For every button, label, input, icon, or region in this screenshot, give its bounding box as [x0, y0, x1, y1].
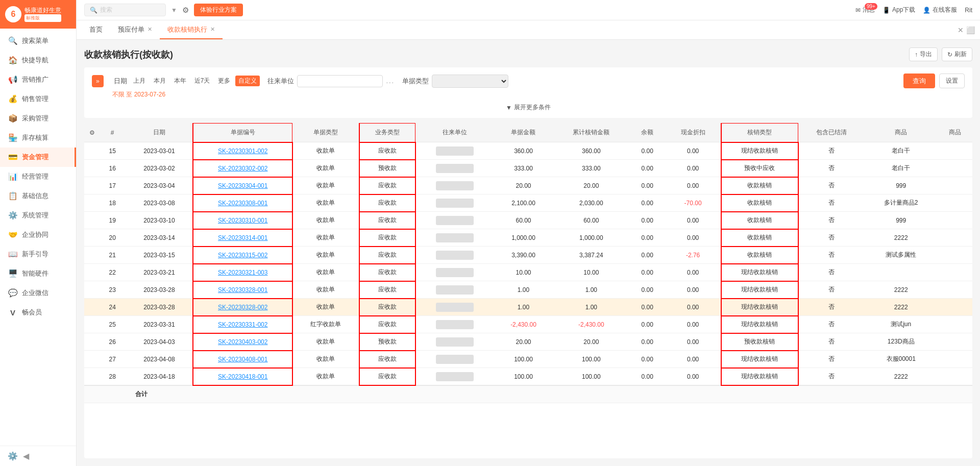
sidebar-item-system[interactable]: ⚙️系统管理 — [0, 206, 76, 225]
export-button[interactable]: ↑ 导出 — [909, 47, 938, 61]
bill-no-link[interactable]: SK-20230418-001 — [218, 373, 267, 380]
cell-verify-type: 收款核销 — [721, 229, 798, 247]
cell-settings — [84, 281, 100, 299]
topbar-app-download[interactable]: 📱 App下载 — [883, 6, 915, 14]
footer-collapse-icon[interactable]: ◀ — [23, 451, 29, 461]
tab-home[interactable]: 首页 — [82, 21, 110, 39]
bill-no-link[interactable]: SK-20230314-001 — [218, 234, 267, 241]
table-row: 17 2023-03-04 SK-20230304-001 收款单 应收款 ██… — [84, 177, 972, 194]
operation-icon: 📊 — [8, 172, 18, 181]
footer-settings-icon[interactable]: ⚙️ — [8, 451, 18, 461]
cell-goods — [865, 264, 937, 281]
partner-filter-input[interactable] — [297, 75, 383, 87]
sidebar-item-operation[interactable]: 📊经营管理 — [0, 167, 76, 186]
cell-date: 2023-03-21 — [125, 264, 193, 281]
cell-verify-type: 收款核销 — [721, 177, 798, 194]
cell-biz-type: 应收款 — [359, 299, 415, 316]
cell-biz-type: 应收款 — [359, 368, 415, 386]
col-header-settings[interactable]: ⚙ — [84, 123, 100, 142]
refresh-button[interactable]: ↻ 刷新 — [942, 47, 972, 61]
table-row: 22 2023-03-21 SK-20230321-003 收款单 应收款 ██… — [84, 264, 972, 281]
tab-home-label: 首页 — [89, 25, 103, 34]
table-row: 26 2023-04-03 SK-20230403-002 收款单 预收款 ██… — [84, 333, 972, 351]
bill-no-link[interactable]: SK-20230308-001 — [218, 200, 267, 207]
cell-bill-no: SK-20230310-001 — [193, 212, 292, 229]
cell-bill-type: 收款单 — [292, 351, 359, 368]
cell-partner: ████ — [415, 316, 495, 333]
cell-discount: 0.00 — [665, 229, 721, 247]
col-header-goods: 商品 — [865, 123, 937, 142]
sidebar-item-wechat[interactable]: 💬企业微信 — [0, 283, 76, 303]
date-more-button[interactable]: 更多 — [215, 76, 233, 86]
sidebar-item-quick[interactable]: 🏠快捷导航 — [0, 51, 76, 70]
tab-receipt[interactable]: 预应付单 ✕ — [110, 21, 160, 39]
cell-bill-no: SK-20230321-003 — [193, 264, 292, 281]
tab-receipt-close[interactable]: ✕ — [148, 26, 152, 33]
date-this-month-button[interactable]: 本月 — [151, 76, 169, 86]
tab-payment-close[interactable]: ✕ — [210, 26, 215, 33]
filter-settings-button[interactable]: 设置 — [939, 73, 965, 88]
cell-bill-no: SK-20230403-002 — [193, 333, 292, 351]
sidebar-item-member[interactable]: V畅会员 — [0, 303, 76, 322]
cell-include-settled: 否 — [798, 229, 865, 247]
table-row: 16 2023-03-02 SK-20230302-002 收款单 预收款 ██… — [84, 160, 972, 177]
app-name: 畅康道好生意 — [24, 7, 61, 15]
filter-expand-side-button[interactable]: » — [92, 75, 104, 87]
topbar-online-service[interactable]: 👤 在线客服 — [923, 6, 957, 14]
cell-include-settled: 否 — [798, 368, 865, 386]
cell-bill-no: SK-20230302-002 — [193, 160, 292, 177]
tab-close-window-button[interactable]: ✕ — [958, 26, 964, 34]
cell-verify-type: 现结收款核销 — [721, 368, 798, 386]
bill-no-link[interactable]: SK-20230310-001 — [218, 217, 267, 224]
bill-no-link[interactable]: SK-20230331-002 — [218, 321, 267, 328]
service-label: 在线客服 — [933, 6, 957, 14]
sidebar-item-marketing[interactable]: 📢营销推广 — [0, 70, 76, 89]
bill-no-link[interactable]: SK-20230321-003 — [218, 269, 267, 276]
bill-no-link[interactable]: SK-20230328-001 — [218, 286, 267, 293]
bill-no-link[interactable]: SK-20230301-002 — [218, 148, 267, 155]
purchase-icon: 📦 — [8, 114, 18, 123]
cell-amount: 333.00 — [494, 160, 553, 177]
query-button[interactable]: 查询 — [903, 73, 935, 88]
topbar-gear-icon[interactable]: ⚙ — [182, 6, 189, 15]
main-area: 🔍 搜索 ▼ ⚙ 体验行业方案 ✉ 消息 99+ 📱 App下载 👤 在线客服 … — [77, 0, 980, 466]
bill-no-link[interactable]: SK-20230304-001 — [218, 182, 267, 189]
cell-partner: ████ — [415, 160, 495, 177]
topbar-username: Rit — [965, 7, 972, 14]
sidebar-item-basic[interactable]: 📋基础信息 — [0, 186, 76, 206]
sidebar-item-search[interactable]: 🔍搜索菜单 — [0, 31, 76, 51]
topbar-messages[interactable]: ✉ 消息 99+ — [855, 6, 875, 14]
topbar-dropdown-arrow[interactable]: ▼ — [171, 7, 177, 14]
topbar-search[interactable]: 🔍 搜索 — [84, 4, 166, 16]
tab-maximize-button[interactable]: ⬜ — [966, 26, 975, 34]
expand-more-filters[interactable]: ▼ 展开更多条件 — [92, 103, 965, 112]
tab-payment[interactable]: 收款核销执行 ✕ — [160, 21, 223, 39]
bill-no-link[interactable]: SK-20230408-001 — [218, 356, 267, 363]
industry-solution-button[interactable]: 体验行业方案 — [194, 4, 243, 16]
sidebar-item-sales[interactable]: 💰销售管理 — [0, 89, 76, 109]
cell-verify-type: 现结收款核销 — [721, 264, 798, 281]
cell-include-settled: 否 — [798, 281, 865, 299]
bill-no-link[interactable]: SK-20230403-002 — [218, 338, 267, 346]
date-last-month-button[interactable]: 上月 — [130, 76, 149, 86]
date-this-year-button[interactable]: 本年 — [171, 76, 189, 86]
cell-date: 2023-03-31 — [125, 316, 193, 333]
cell-biz-type: 应收款 — [359, 351, 415, 368]
sidebar-item-corp[interactable]: 🤝企业协同 — [0, 225, 76, 244]
sidebar-item-purchase[interactable]: 📦采购管理 — [0, 109, 76, 128]
date-7days-button[interactable]: 近7天 — [191, 76, 213, 86]
sidebar-item-finance[interactable]: 💳资金管理 — [0, 148, 76, 167]
sidebar-item-inventory[interactable]: 🏪库存核算 — [0, 128, 76, 148]
sidebar-item-guide[interactable]: 📖新手引导 — [0, 244, 76, 264]
cell-settings — [84, 160, 100, 177]
finance-icon: 💳 — [8, 153, 18, 162]
cell-seq: 20 — [100, 229, 125, 247]
sidebar-item-hardware[interactable]: 🖥️智能硬件 — [0, 264, 76, 283]
bill-no-link[interactable]: SK-20230302-002 — [218, 165, 267, 172]
bill-no-link[interactable]: SK-20230328-002 — [218, 304, 267, 311]
cell-discount: -70.00 — [665, 194, 721, 212]
receipt-type-select[interactable] — [432, 75, 508, 88]
date-custom-button[interactable]: 自定义 — [235, 76, 260, 86]
bill-no-link[interactable]: SK-20230315-002 — [218, 252, 267, 259]
cell-cum-amount: -2,430.00 — [553, 316, 630, 333]
